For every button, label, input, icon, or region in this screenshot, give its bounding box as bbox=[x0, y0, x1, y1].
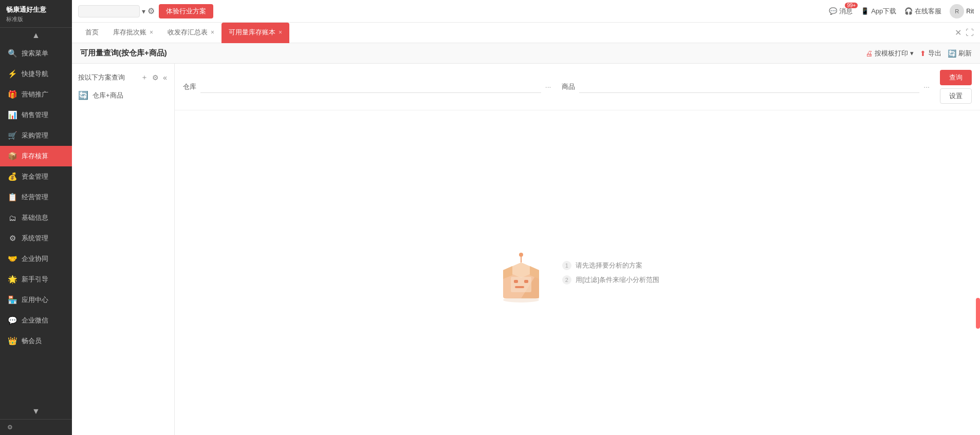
export-btn[interactable]: ⬆ 导出 bbox=[920, 49, 941, 58]
cart-icon: 🛒 bbox=[7, 131, 17, 140]
tab-available-ledger[interactable]: 可用量库存账本 × bbox=[221, 23, 289, 43]
warehouse-more-button[interactable]: ··· bbox=[545, 83, 551, 91]
sidebar-item-marketing[interactable]: 🎁 营销推广 bbox=[0, 84, 72, 105]
empty-hints: 1 请先选择要分析的方案 2 用[过滤]条件来缩小分析范围 bbox=[562, 261, 659, 285]
filter-item-warehouse-product[interactable]: 🔄 仓库+商品 bbox=[72, 86, 174, 104]
store-icon: 🏪 bbox=[7, 295, 17, 305]
close-tab-button[interactable]: ✕ bbox=[955, 28, 961, 37]
svg-point-10 bbox=[519, 253, 523, 257]
right-edge-scrollbar[interactable] bbox=[976, 298, 980, 329]
tab-summary-close[interactable]: × bbox=[211, 29, 214, 36]
folder-icon: 🗂 bbox=[7, 214, 17, 222]
hint-num-1: 1 bbox=[562, 261, 571, 270]
product-more-button[interactable]: ··· bbox=[923, 83, 930, 91]
sidebar-item-app-center[interactable]: 🏪 应用中心 bbox=[0, 290, 72, 310]
main-area: ▾ ⚙ 体验行业方案 💬 消息 99+ 📱 App下载 🎧 在线客服 R Rit bbox=[72, 0, 980, 435]
star-icon: 🌟 bbox=[7, 275, 17, 284]
sidebar-item-inventory[interactable]: 📦 库存核算 bbox=[0, 146, 72, 166]
sidebar-item-member[interactable]: 👑 畅会员 bbox=[0, 331, 72, 351]
topbar-gear-button[interactable]: ⚙ bbox=[147, 6, 155, 16]
filter-add-button[interactable]: ＋ bbox=[140, 72, 149, 83]
filter-settings-button[interactable]: ⚙ bbox=[151, 72, 160, 83]
print-dropdown-icon: ▾ bbox=[910, 49, 914, 57]
page-title: 可用量查询(按仓库+商品) bbox=[80, 48, 167, 58]
tabs-bar: 首页 库存批次账 × 收发存汇总表 × 可用量库存账本 × ✕ ⛶ bbox=[72, 23, 980, 43]
app-download-btn[interactable]: 📱 App下载 bbox=[861, 7, 896, 16]
user-avatar: R bbox=[950, 4, 964, 18]
sidebar-item-search[interactable]: 🔍 搜索菜单 bbox=[0, 43, 72, 64]
warehouse-input[interactable] bbox=[200, 81, 541, 93]
tab-summary[interactable]: 收发存汇总表 × bbox=[160, 23, 221, 43]
tab-available-ledger-close[interactable]: × bbox=[279, 29, 282, 36]
expand-button[interactable]: ⛶ bbox=[966, 28, 974, 37]
topbar-search-input[interactable] bbox=[78, 5, 140, 17]
sidebar-item-shortcut[interactable]: ⚡ 快捷导航 bbox=[0, 64, 72, 84]
money-icon: 💰 bbox=[7, 172, 17, 181]
refresh-btn[interactable]: 🔄 刷新 bbox=[948, 49, 972, 58]
settings-icon: ⚙ bbox=[7, 424, 13, 431]
sidebar-item-basics[interactable]: 🗂 基础信息 bbox=[0, 207, 72, 228]
sidebar-item-label: 新手引导 bbox=[22, 275, 48, 284]
filter-item-icon: 🔄 bbox=[78, 90, 88, 100]
shortcut-icon: ⚡ bbox=[7, 69, 17, 79]
filter-collapse-button[interactable]: « bbox=[162, 72, 168, 83]
sidebar-item-label: 企业协同 bbox=[22, 254, 48, 263]
sidebar-item-finance[interactable]: 💰 资金管理 bbox=[0, 166, 72, 187]
chart-icon: 📊 bbox=[7, 110, 17, 120]
sidebar-item-newbie[interactable]: 🌟 新手引导 bbox=[0, 269, 72, 290]
query-button[interactable]: 查询 bbox=[940, 70, 972, 85]
handshake-icon: 🤝 bbox=[7, 254, 17, 263]
online-service-label: 在线客服 bbox=[915, 7, 941, 16]
sidebar-item-enterprise[interactable]: 🤝 企业协同 bbox=[0, 249, 72, 269]
sidebar-scroll-up[interactable]: ▲ bbox=[0, 28, 72, 43]
sidebar-item-system[interactable]: ⚙ 系统管理 bbox=[0, 228, 72, 249]
sidebar-item-operations[interactable]: 📋 经营管理 bbox=[0, 187, 72, 207]
empty-state: 1 请先选择要分析的方案 2 用[过滤]条件来缩小分析范围 bbox=[175, 110, 980, 435]
product-field: 商品 ··· bbox=[562, 81, 930, 93]
svg-point-11 bbox=[503, 297, 539, 302]
hint-text-1: 请先选择要分析的方案 bbox=[576, 261, 642, 270]
hint-num-2: 2 bbox=[562, 275, 571, 285]
svg-rect-6 bbox=[514, 280, 518, 283]
print-icon: 🖨 bbox=[865, 49, 873, 58]
phone-icon: 📱 bbox=[861, 7, 869, 15]
topbar-dropdown-button[interactable]: ▾ bbox=[142, 7, 145, 15]
gear-icon: ⚙ bbox=[7, 234, 17, 243]
sidebar-item-purchase[interactable]: 🛒 采购管理 bbox=[0, 125, 72, 146]
sidebar-item-label: 营销推广 bbox=[22, 90, 48, 99]
tab-batch-account-close[interactable]: × bbox=[150, 29, 153, 36]
filter-panel-header: 按以下方案查询 ＋ ⚙ « bbox=[72, 69, 174, 86]
user-area[interactable]: R Rit bbox=[950, 4, 974, 18]
sidebar-item-enterprise-wechat[interactable]: 💬 企业微信 bbox=[0, 310, 72, 331]
page-header: 可用量查询(按仓库+商品) 🖨 按模板打印 ▾ ⬆ 导出 🔄 刷新 bbox=[72, 43, 980, 64]
sidebar-item-sales[interactable]: 📊 销售管理 bbox=[0, 105, 72, 125]
sidebar-item-label: 系统管理 bbox=[22, 234, 48, 243]
svg-rect-7 bbox=[524, 280, 528, 283]
sidebar-item-label: 经营管理 bbox=[22, 193, 48, 202]
tab-batch-account[interactable]: 库存批次账 × bbox=[106, 23, 160, 43]
online-service-btn[interactable]: 🎧 在线客服 bbox=[904, 7, 941, 16]
tab-home[interactable]: 首页 bbox=[78, 23, 106, 43]
sidebar-scroll-down[interactable]: ▼ bbox=[0, 404, 72, 419]
box-icon: 📦 bbox=[7, 152, 17, 161]
print-btn[interactable]: 🖨 按模板打印 ▾ bbox=[865, 49, 914, 58]
topbar-search-area: ▾ ⚙ bbox=[78, 5, 155, 17]
query-row: 仓库 ··· 商品 ··· 查询 设置 bbox=[175, 64, 980, 110]
sidebar-item-label: 资金管理 bbox=[22, 172, 48, 181]
sidebar-logo: 畅康通好生意 标准版 bbox=[0, 0, 72, 28]
headset-icon: 🎧 bbox=[904, 7, 913, 15]
industry-btn[interactable]: 体验行业方案 bbox=[159, 4, 213, 18]
product-input[interactable] bbox=[579, 81, 920, 93]
tab-summary-label: 收发存汇总表 bbox=[168, 28, 208, 37]
settings-button[interactable]: 设置 bbox=[940, 88, 972, 104]
sidebar: 畅康通好生意 标准版 ▲ 🔍 搜索菜单 ⚡ 快捷导航 🎁 营销推广 📊 销售管理… bbox=[0, 0, 72, 435]
filter-item-label: 仓库+商品 bbox=[93, 91, 123, 100]
sidebar-bottom[interactable]: ⚙ bbox=[0, 419, 72, 435]
message-badge: 99+ bbox=[845, 3, 858, 8]
content-area: 按以下方案查询 ＋ ⚙ « 🔄 仓库+商品 仓库 ··· bbox=[72, 64, 980, 435]
refresh-icon: 🔄 bbox=[948, 49, 956, 58]
filter-panel-buttons: ＋ ⚙ « bbox=[140, 72, 168, 83]
sidebar-item-label: 畅会员 bbox=[22, 336, 42, 346]
message-btn[interactable]: 💬 消息 99+ bbox=[829, 7, 853, 16]
hint-text-2: 用[过滤]条件来缩小分析范围 bbox=[576, 275, 659, 285]
